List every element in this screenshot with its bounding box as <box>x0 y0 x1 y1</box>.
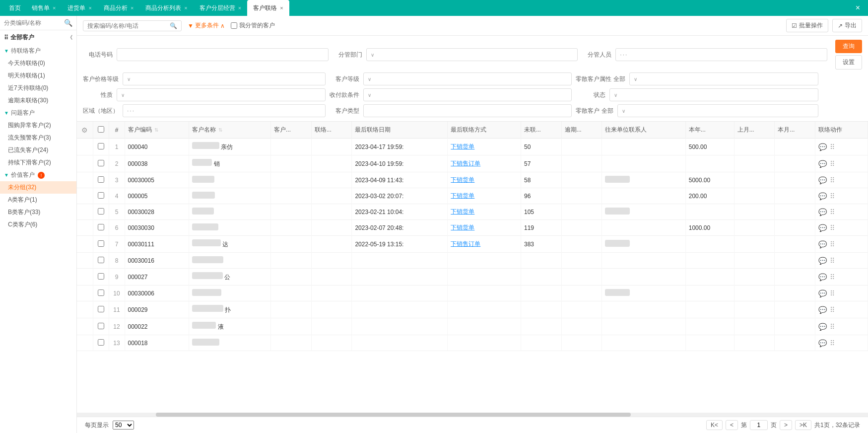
row-checkbox[interactable] <box>98 240 104 247</box>
customer-segment-close-icon[interactable]: × <box>238 5 241 11</box>
more-action-icon[interactable]: ⠿ <box>830 224 835 232</box>
row-checkbox-cell[interactable] <box>93 220 109 236</box>
filter-more-btn[interactable]: ▼ 更多条件 ∧ <box>188 21 225 30</box>
retail-customer-input[interactable]: ∨ <box>617 104 818 117</box>
sidebar-item-class-c[interactable]: C类客户(6) <box>0 218 76 231</box>
nav-sales[interactable]: 销售单 × <box>26 0 62 16</box>
page-number-input[interactable] <box>750 420 768 430</box>
contact-col-header[interactable]: 联络... <box>311 122 352 139</box>
code-col-header[interactable]: 客户编码 ⇅ <box>125 122 189 139</box>
lastmethod-col-header[interactable]: 最后联络方式 <box>448 122 521 139</box>
last-method-link[interactable]: 下销货单 <box>451 224 474 231</box>
more-action-icon[interactable]: ⠿ <box>830 257 835 265</box>
row-checkbox-cell[interactable] <box>93 172 109 188</box>
export-button[interactable]: ↗ 导出 <box>832 19 862 32</box>
product-analysis-close-icon[interactable]: × <box>131 5 134 11</box>
last-page-button[interactable]: >K <box>795 420 811 430</box>
first-page-button[interactable]: K< <box>706 420 723 430</box>
thisyear-col-header[interactable]: 本年... <box>685 122 734 139</box>
sidebar-item-class-b[interactable]: B类客户(33) <box>0 206 76 218</box>
settings-col-icon[interactable]: ⚙ <box>81 126 88 134</box>
price-level-input[interactable]: ∨ <box>123 72 326 85</box>
phone-input[interactable] <box>117 48 329 61</box>
sidebar-item-tomorrow-pending[interactable]: 明天待联络(1) <box>0 70 76 82</box>
chat-icon[interactable]: 💬 <box>818 192 827 200</box>
row-checkbox-cell[interactable] <box>93 188 109 204</box>
row-checkbox-cell[interactable] <box>93 253 109 269</box>
last-method-link[interactable]: 下销售订单 <box>451 160 480 167</box>
row-checkbox[interactable] <box>98 323 104 329</box>
chat-icon[interactable]: 💬 <box>818 257 827 265</box>
row-checkbox[interactable] <box>98 339 104 346</box>
sidebar-item-ungrouped[interactable]: 未分组(32) <box>0 181 76 194</box>
overdue-col-header[interactable]: 逾期... <box>561 122 602 139</box>
last-method-link[interactable]: 下销售订单 <box>451 240 480 247</box>
more-action-icon[interactable]: ⠿ <box>830 176 835 184</box>
more-action-icon[interactable]: ⠿ <box>830 143 835 151</box>
nav-home[interactable]: 首页 <box>4 0 26 16</box>
sidebar-search-input[interactable] <box>4 19 64 26</box>
per-page-select[interactable]: 50 100 200 <box>113 421 134 430</box>
reset-button[interactable]: 设置 <box>835 55 862 70</box>
row-checkbox[interactable] <box>98 192 104 199</box>
sidebar-search-icon[interactable]: 🔍 <box>64 19 72 27</box>
chat-icon[interactable]: 💬 <box>818 176 827 184</box>
name-col-header[interactable]: 客户名称 ⇅ <box>189 122 270 139</box>
thismonth-col-header[interactable]: 本月... <box>775 122 815 139</box>
more-action-icon[interactable]: ⠿ <box>830 192 835 200</box>
more-action-icon[interactable]: ⠿ <box>830 273 835 281</box>
customer-contact-close-icon[interactable]: × <box>280 5 283 11</box>
more-action-icon[interactable]: ⠿ <box>830 306 835 314</box>
chat-icon[interactable]: 💬 <box>818 306 827 314</box>
filter-search-icon[interactable]: 🔍 <box>170 22 177 29</box>
row-checkbox-cell[interactable] <box>93 318 109 335</box>
product-analysis-list-close-icon[interactable]: × <box>184 5 187 11</box>
close-all-icon[interactable]: × <box>852 3 864 12</box>
row-checkbox[interactable] <box>98 143 104 149</box>
more-action-icon[interactable]: ⠿ <box>830 289 835 297</box>
notcontacted-col-header[interactable]: 未联... <box>521 122 561 139</box>
my-customers-check[interactable] <box>231 22 237 29</box>
row-checkbox-cell[interactable] <box>93 236 109 253</box>
all-customers-header[interactable]: ⠿ 全部客户 《 <box>0 30 76 45</box>
more-action-icon[interactable]: ⠿ <box>830 323 835 331</box>
status-input[interactable]: ∨ <box>609 88 818 101</box>
nav-product-analysis-list[interactable]: 商品分析列表 × <box>139 0 193 16</box>
sidebar-item-abnormal[interactable]: 囤购异常客户(2) <box>0 119 76 132</box>
query-button[interactable]: 查询 <box>835 40 862 53</box>
scrollbar-thumb[interactable] <box>156 413 630 417</box>
nav-purchase[interactable]: 进货单 × <box>62 0 97 16</box>
chat-icon[interactable]: 💬 <box>818 323 827 331</box>
lastmonth-col-header[interactable]: 上月... <box>734 122 775 139</box>
last-method-link[interactable]: 下销货单 <box>451 208 474 215</box>
payment-input[interactable]: ∨ <box>363 88 572 101</box>
next-page-button[interactable]: > <box>780 420 792 430</box>
more-action-icon[interactable]: ⠿ <box>830 339 835 347</box>
row-checkbox-cell[interactable] <box>93 269 109 286</box>
retail-attr-input[interactable]: ∨ <box>629 72 818 85</box>
row-checkbox[interactable] <box>98 160 104 166</box>
sidebar-item-lost[interactable]: 已流失客户(24) <box>0 144 76 156</box>
sidebar-item-loss-warning[interactable]: 流失预警客户(3) <box>0 132 76 144</box>
chat-icon[interactable]: 💬 <box>818 160 827 168</box>
select-all-checkbox[interactable] <box>98 126 104 133</box>
row-checkbox[interactable] <box>98 176 104 183</box>
row-checkbox-cell[interactable] <box>93 301 109 318</box>
customer-type-input[interactable] <box>363 104 572 117</box>
sidebar-item-today-pending[interactable]: 今天待联络(0) <box>0 57 76 70</box>
sales-close-icon[interactable]: × <box>53 5 56 11</box>
sidebar-item-declining[interactable]: 持续下滑客户(2) <box>0 156 76 169</box>
prev-page-button[interactable]: < <box>726 420 738 430</box>
customer-level-input[interactable]: ∨ <box>363 72 572 85</box>
last-method-link[interactable]: 下销货单 <box>451 192 474 199</box>
nav-customer-segment[interactable]: 客户分层经营 × <box>194 0 247 16</box>
chat-icon[interactable]: 💬 <box>818 339 827 347</box>
row-checkbox-cell[interactable] <box>93 335 109 351</box>
row-checkbox-cell[interactable] <box>93 155 109 172</box>
last-method-link[interactable]: 下销货单 <box>451 143 474 150</box>
my-customers-checkbox[interactable]: 我分管的客户 <box>231 21 275 30</box>
region-input[interactable]: ··· <box>123 104 326 117</box>
row-checkbox[interactable] <box>98 306 104 312</box>
chat-icon[interactable]: 💬 <box>818 224 827 232</box>
row-checkbox-cell[interactable] <box>93 204 109 220</box>
